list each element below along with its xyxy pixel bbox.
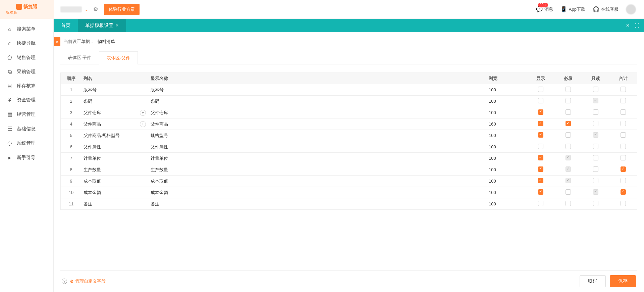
cell-ro xyxy=(582,166,609,173)
cell-width[interactable]: 160 xyxy=(487,121,527,127)
checkbox[interactable] xyxy=(621,166,626,172)
checkbox[interactable] xyxy=(538,201,543,206)
avatar[interactable] xyxy=(626,4,636,14)
checkbox[interactable] xyxy=(593,201,598,206)
cell-disp[interactable]: 条码 xyxy=(149,98,487,104)
cell-width[interactable]: 100 xyxy=(487,167,527,172)
checkbox[interactable] xyxy=(621,189,626,195)
brand-icon xyxy=(16,4,22,10)
checkbox[interactable] xyxy=(566,189,571,195)
checkbox[interactable] xyxy=(593,166,598,172)
cell-disp[interactable]: 成本取值 xyxy=(149,178,487,184)
help-icon[interactable]: ? xyxy=(62,279,67,284)
cell-width[interactable]: 100 xyxy=(487,156,527,161)
org-selector[interactable]: ⌄ xyxy=(60,6,89,12)
table-row: 6父件属性父件属性100 xyxy=(61,141,637,153)
cell-disp[interactable]: 父件商品 xyxy=(149,121,487,127)
checkbox[interactable] xyxy=(538,155,543,160)
subtab-1[interactable]: 表体区-父件 xyxy=(99,51,138,64)
cell-width[interactable]: 100 xyxy=(487,87,527,92)
manage-custom-fields-link[interactable]: ⚙ 管理自定义字段 xyxy=(70,278,106,284)
cell-width[interactable]: 100 xyxy=(487,110,527,115)
cancel-button[interactable]: 取消 xyxy=(580,275,606,287)
fullscreen-icon[interactable]: ⛶ xyxy=(635,23,639,28)
support-link[interactable]: 🎧 在线客服 xyxy=(593,6,619,12)
sidebar-item-9[interactable]: ▸新手引导 xyxy=(0,150,53,165)
cell-name: 父件商品.规格型号 xyxy=(82,133,149,139)
cell-disp[interactable]: 成本金额 xyxy=(149,190,487,196)
gear-icon[interactable]: ⚙ xyxy=(93,6,98,12)
sidebar-item-0[interactable]: ⌕搜索菜单 xyxy=(0,22,53,36)
cell-width[interactable]: 100 xyxy=(487,133,527,138)
checkbox[interactable] xyxy=(593,87,598,92)
cell-disp[interactable]: 规格型号 xyxy=(149,133,487,139)
checkbox[interactable] xyxy=(538,121,543,126)
checkbox[interactable] xyxy=(621,98,626,103)
checkbox[interactable] xyxy=(538,87,543,92)
cell-disp[interactable]: 版本号 xyxy=(149,87,487,93)
app-download-label: App下载 xyxy=(569,6,585,12)
app-download-link[interactable]: 📱 App下载 xyxy=(560,6,585,12)
checkbox[interactable] xyxy=(593,121,598,126)
cell-disp[interactable]: 父件属性 xyxy=(149,144,487,150)
cell-disp[interactable]: 备注 xyxy=(149,201,487,207)
panel-toggle[interactable]: » xyxy=(54,37,60,46)
sidebar-item-3[interactable]: ⧉采购管理 xyxy=(0,65,53,79)
cell-width[interactable]: 100 xyxy=(487,144,527,149)
sidebar-item-5[interactable]: ¥资金管理 xyxy=(0,93,53,107)
add-icon[interactable]: + xyxy=(140,110,146,116)
tab-close-icon[interactable]: ✕ xyxy=(626,23,630,28)
sidebar-item-1[interactable]: ⌂快捷导航 xyxy=(0,36,53,50)
checkbox[interactable] xyxy=(566,87,571,92)
checkbox[interactable] xyxy=(566,109,571,115)
cell-disp[interactable]: 父件仓库 xyxy=(149,110,487,116)
checkbox[interactable] xyxy=(566,201,571,206)
cell-width[interactable]: 100 xyxy=(487,190,527,195)
cell-disp[interactable]: 计量单位 xyxy=(149,155,487,161)
checkbox[interactable] xyxy=(621,144,626,149)
checkbox[interactable] xyxy=(566,121,571,126)
checkbox[interactable] xyxy=(621,201,626,206)
checkbox[interactable] xyxy=(566,132,571,138)
cta-button[interactable]: 体验行业方案 xyxy=(104,4,140,15)
checkbox[interactable] xyxy=(621,155,626,160)
checkbox[interactable] xyxy=(538,178,543,183)
checkbox[interactable] xyxy=(621,178,626,183)
checkbox[interactable] xyxy=(593,144,598,149)
checkbox[interactable] xyxy=(538,132,543,138)
checkbox[interactable] xyxy=(593,155,598,160)
sidebar-icon: ⌸ xyxy=(7,83,13,89)
checkbox[interactable] xyxy=(538,189,543,195)
messages-link[interactable]: 💬 消息 99 + xyxy=(536,6,553,12)
checkbox[interactable] xyxy=(538,166,543,172)
sidebar-item-8[interactable]: ◌系统管理 xyxy=(0,136,53,150)
checkbox[interactable] xyxy=(566,144,571,149)
sidebar-item-7[interactable]: ☰基础信息 xyxy=(0,121,53,136)
tab-1[interactable]: 单据模板设置✕ xyxy=(78,19,126,32)
checkbox[interactable] xyxy=(538,98,543,103)
add-icon[interactable]: + xyxy=(140,121,146,127)
checkbox xyxy=(593,98,598,103)
checkbox[interactable] xyxy=(566,98,571,103)
sidebar-item-4[interactable]: ⌸库存核算 xyxy=(0,79,53,93)
cell-show xyxy=(527,189,554,196)
messages-badge: 99 + xyxy=(538,3,548,7)
tab-close-icon[interactable]: ✕ xyxy=(115,23,119,28)
checkbox[interactable] xyxy=(621,121,626,126)
checkbox[interactable] xyxy=(621,87,626,92)
sidebar-item-2[interactable]: ⬠销售管理 xyxy=(0,50,53,65)
checkbox[interactable] xyxy=(538,109,543,115)
checkbox[interactable] xyxy=(593,178,598,183)
save-button[interactable]: 保存 xyxy=(610,275,636,287)
cell-width[interactable]: 100 xyxy=(487,99,527,104)
subtab-0[interactable]: 表体区-子件 xyxy=(60,51,99,64)
checkbox[interactable] xyxy=(538,144,543,149)
cell-disp[interactable]: 生产数量 xyxy=(149,167,487,173)
cell-width[interactable]: 100 xyxy=(487,201,527,206)
cell-width[interactable]: 100 xyxy=(487,179,527,184)
tab-0[interactable]: 首页 xyxy=(54,19,78,32)
checkbox[interactable] xyxy=(621,109,626,115)
checkbox[interactable] xyxy=(621,132,626,138)
sidebar-item-6[interactable]: ▤经营管理 xyxy=(0,107,53,121)
checkbox[interactable] xyxy=(593,109,598,115)
